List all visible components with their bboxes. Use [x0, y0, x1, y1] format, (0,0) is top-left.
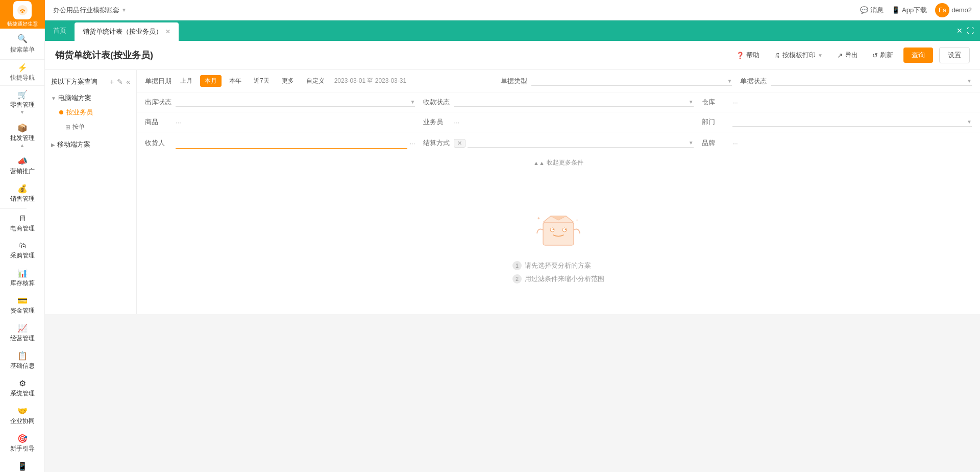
- date-current-year[interactable]: 本年: [225, 75, 246, 87]
- scheme-item-by-salesperson[interactable]: 按业务员: [45, 105, 136, 120]
- tabbar-end: ✕ ⛶: [957, 27, 980, 35]
- tab-close-icon[interactable]: ✕: [165, 28, 170, 35]
- sidebar-item-retail[interactable]: 🛒 零售管理 ▼: [0, 86, 44, 119]
- sidebar-item-appcenter[interactable]: 📱 应用中心: [0, 457, 44, 472]
- svg-rect-2: [543, 222, 574, 245]
- doc-type-control[interactable]: ▼: [531, 77, 732, 86]
- newbie-label: 新手引导: [10, 444, 35, 453]
- sidebar-item-basic[interactable]: 📋 基础信息: [0, 347, 44, 374]
- sales-icon: 💰: [17, 184, 28, 194]
- help-icon: ❓: [736, 52, 744, 59]
- settings-button[interactable]: 设置: [939, 47, 970, 63]
- date-more[interactable]: 更多: [277, 75, 299, 87]
- doc-status-select[interactable]: ▼: [771, 77, 972, 86]
- scheme-add-icon[interactable]: +: [110, 78, 114, 86]
- sidebar-item-inventory[interactable]: 📊 库存核算: [0, 264, 44, 292]
- filter-row-2: 出库状态 ▼ 收款状态 ▼: [137, 92, 980, 112]
- sidebar-item-operations[interactable]: 📈 经营管理: [0, 319, 44, 347]
- scheme-mobile-header[interactable]: ▶ 移动端方案: [45, 138, 136, 151]
- refresh-icon: ↺: [872, 52, 878, 59]
- department-control[interactable]: ▼: [732, 117, 972, 127]
- tab-fullscreen-icon[interactable]: ⛶: [967, 27, 974, 35]
- sidebar-quicknav-section[interactable]: ⚡ 快捷导航: [0, 60, 44, 86]
- refresh-btn[interactable]: ↺ 刷新: [868, 49, 897, 62]
- recipient-dots[interactable]: ···: [409, 139, 415, 147]
- collapse-conditions-btn[interactable]: ▲▲ 收起更多条件: [137, 154, 980, 171]
- settlement-control[interactable]: ✕ ▼: [454, 138, 693, 148]
- date-current-month[interactable]: 本月: [200, 75, 222, 87]
- warehouse-control[interactable]: ···: [732, 99, 972, 106]
- doc-type-select[interactable]: ▼: [531, 77, 732, 86]
- department-select[interactable]: ▼: [732, 117, 972, 127]
- ecommerce-icon: 🖥: [18, 214, 27, 223]
- wholesale-label: 批发管理: [10, 134, 35, 143]
- hint1-num: 1: [512, 261, 522, 270]
- account-selector[interactable]: 办公用品行业模拟账套 ▼: [53, 6, 127, 15]
- messages-btn[interactable]: 💬 消息: [860, 6, 884, 15]
- export-label: 导出: [845, 51, 858, 60]
- settlement-select[interactable]: ▼: [468, 138, 693, 148]
- sidebar-search-section[interactable]: 🔍 搜索菜单: [0, 29, 44, 60]
- goods-control[interactable]: ···: [176, 119, 415, 126]
- sidebar-item-enterprise[interactable]: 🤝 企业协同: [0, 402, 44, 430]
- empty-illustration: ✦ ✦: [533, 202, 584, 253]
- goods-dots[interactable]: ···: [176, 119, 181, 126]
- filter-row-4: 收货人 ··· 结算方式 ✕: [137, 132, 980, 154]
- settlement-tag-close[interactable]: ✕: [457, 140, 462, 147]
- sales-report-tab-label: 销货单统计表（按业务员）: [83, 27, 162, 36]
- filter-salesperson: 业务员 ···: [423, 117, 693, 127]
- salesperson-dots[interactable]: ···: [454, 119, 459, 126]
- scheme-collapse-icon[interactable]: «: [126, 78, 130, 86]
- query-button[interactable]: 查询: [903, 48, 933, 63]
- retail-label: 零售管理: [10, 101, 35, 109]
- user-menu[interactable]: Ea demo2: [935, 3, 972, 17]
- export-btn[interactable]: ↗ 导出: [833, 49, 862, 62]
- warehouse-dots[interactable]: ···: [732, 99, 738, 106]
- sidebar-item-finance[interactable]: 💳 资金管理: [0, 292, 44, 319]
- settlement-tag: ✕: [454, 139, 465, 148]
- doc-status-control[interactable]: ▼: [771, 77, 972, 86]
- empty-hint-1: 1 请先选择要分析的方案: [512, 261, 604, 270]
- svg-text:✦: ✦: [576, 219, 578, 222]
- out-status-arrow-icon: ▼: [410, 99, 415, 105]
- print-btn[interactable]: 🖨 按模板打印 ▼: [770, 49, 827, 62]
- tab-close-all-icon[interactable]: ✕: [957, 27, 963, 35]
- salesperson-control[interactable]: ···: [454, 119, 693, 126]
- date-last-month[interactable]: 上月: [176, 75, 197, 87]
- sidebar-item-purchase[interactable]: 🛍 采购管理: [0, 237, 44, 264]
- payment-status-arrow-icon: ▼: [689, 99, 694, 105]
- system-icon: ⚙: [19, 379, 26, 388]
- filter-recipient: 收货人 ···: [145, 137, 415, 149]
- marketing-icon: 📣: [17, 156, 28, 166]
- help-btn[interactable]: ❓ 帮助: [732, 49, 764, 62]
- payment-status-control[interactable]: ▼: [454, 98, 693, 107]
- brand-control[interactable]: ···: [732, 139, 972, 147]
- date-custom[interactable]: 自定义: [302, 75, 329, 87]
- sidebar-item-system[interactable]: ⚙ 系统管理: [0, 374, 44, 402]
- tab-sales-report[interactable]: 销货单统计表（按业务员） ✕: [75, 22, 179, 41]
- recipient-control[interactable]: ···: [176, 137, 415, 149]
- sidebar-item-newbie[interactable]: 🎯 新手引导: [0, 430, 44, 457]
- hint2-num: 2: [512, 274, 522, 284]
- sidebar-item-marketing[interactable]: 📣 营销推广: [0, 152, 44, 180]
- scheme-sub-item-by-order[interactable]: ⊞ 按单: [45, 120, 136, 134]
- sidebar-item-wholesale[interactable]: 📦 批发管理 ▲: [0, 119, 44, 152]
- app-download-btn[interactable]: 📱 App下载: [892, 6, 927, 15]
- doc-status-label: 单据状态: [740, 77, 767, 86]
- out-status-control[interactable]: ▼: [176, 98, 415, 107]
- tab-home[interactable]: 首页: [45, 20, 75, 41]
- recipient-input[interactable]: [176, 137, 407, 149]
- brand-dots[interactable]: ···: [732, 139, 738, 147]
- search-menu-label: 搜索菜单: [10, 45, 35, 54]
- scheme-mobile-section: ▶ 移动端方案: [45, 136, 136, 153]
- date-last-7-days[interactable]: 近7天: [249, 75, 274, 87]
- payment-status-select[interactable]: ▼: [454, 98, 693, 107]
- scheme-pc-section: ▼ 电脑端方案 按业务员 ⊞ 按单: [45, 89, 136, 136]
- filter-brand: 品牌 ···: [702, 138, 972, 148]
- collapse-chevron-icon: ▲▲: [533, 160, 545, 166]
- sidebar-item-sales[interactable]: 💰 销售管理: [0, 180, 44, 207]
- scheme-pc-header[interactable]: ▼ 电脑端方案: [45, 91, 136, 105]
- sidebar-item-ecommerce[interactable]: 🖥 电商管理: [0, 210, 44, 237]
- out-status-select[interactable]: ▼: [176, 98, 415, 107]
- scheme-edit-icon[interactable]: ✎: [117, 78, 123, 86]
